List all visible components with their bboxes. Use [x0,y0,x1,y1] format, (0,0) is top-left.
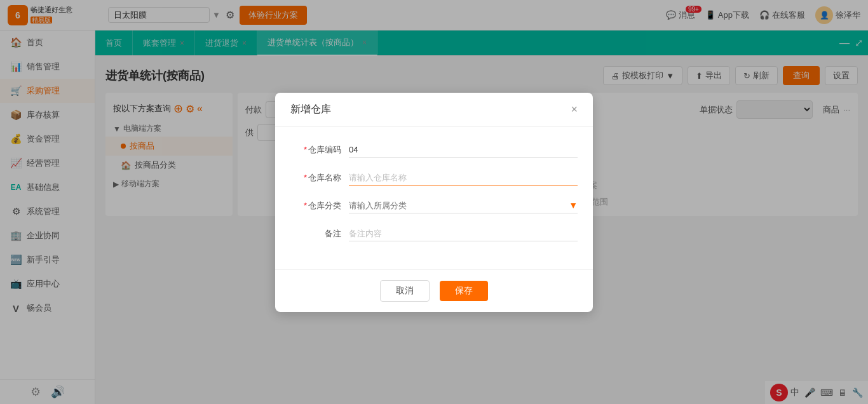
category-select-row: ▼ [349,198,578,213]
remark-input[interactable] [349,226,578,241]
modal-overlay: 新增仓库 × 仓库编码 仓库名称 仓库分类 ▼ [0,0,868,404]
name-input[interactable] [349,170,578,185]
code-label: 仓库编码 [290,144,341,156]
category-dropdown-icon[interactable]: ▼ [569,200,578,210]
save-button[interactable]: 保存 [440,281,488,301]
add-warehouse-modal: 新增仓库 × 仓库编码 仓库名称 仓库分类 ▼ [275,93,593,312]
name-label: 仓库名称 [290,172,341,184]
form-row-remark: 备注 [290,226,578,241]
form-row-code: 仓库编码 [290,142,578,158]
modal-header: 新增仓库 × [275,93,593,127]
category-input[interactable] [349,198,569,213]
modal-body: 仓库编码 仓库名称 仓库分类 ▼ 备注 [275,127,593,269]
category-label: 仓库分类 [290,200,341,212]
code-input[interactable] [349,142,578,158]
form-row-category: 仓库分类 ▼ [290,198,578,213]
form-row-name: 仓库名称 [290,170,578,185]
modal-close-icon[interactable]: × [571,103,578,116]
modal-footer: 取消 保存 [275,269,593,312]
modal-title: 新增仓库 [290,103,331,116]
cancel-button[interactable]: 取消 [380,280,430,302]
remark-label: 备注 [290,228,341,239]
